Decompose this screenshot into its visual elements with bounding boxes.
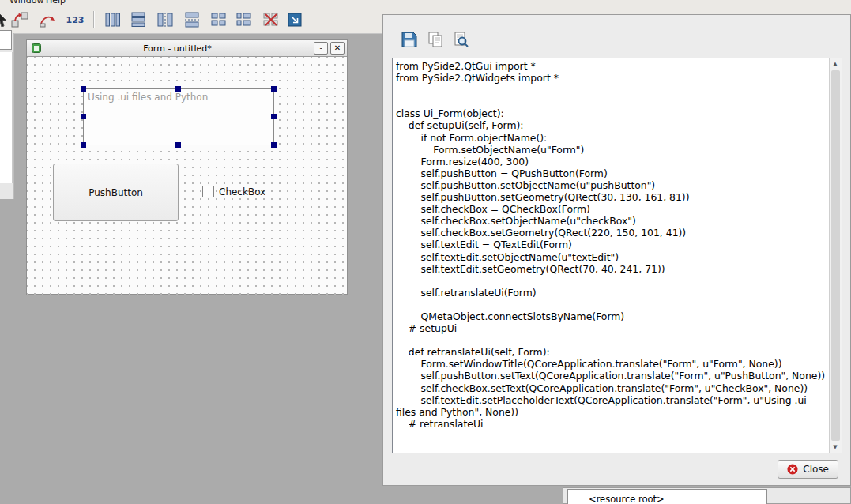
layout-horizontal-button[interactable]	[103, 9, 123, 30]
scrollbar-thumb[interactable]	[831, 70, 840, 441]
close-button[interactable]: Close	[778, 460, 838, 479]
layout-form-icon	[235, 11, 253, 28]
form-window-title: Form - untitled*	[41, 43, 314, 54]
resource-root-item[interactable]: <resource root>	[568, 490, 766, 504]
form-canvas[interactable]: Using .ui files and Python PushButton Ch…	[27, 57, 347, 295]
scroll-down-icon[interactable]: ▼	[830, 442, 841, 453]
code-vertical-scrollbar[interactable]: ▲ ▼	[829, 58, 842, 453]
splitter-horizontal-button[interactable]	[155, 9, 175, 30]
menu-help[interactable]: Help	[46, 0, 66, 6]
layout-vertical-icon	[130, 11, 147, 28]
layout-grid-button[interactable]	[209, 9, 229, 30]
edit-buddies-button[interactable]	[38, 9, 58, 30]
form-window-icon	[32, 43, 41, 53]
copy-button[interactable]	[425, 29, 446, 50]
widget-box-filter-fragment[interactable]	[0, 30, 12, 50]
break-layout-button[interactable]	[261, 9, 281, 30]
splitter-vertical-button[interactable]	[182, 9, 202, 30]
textedit-placeholder: Using .ui files and Python	[84, 89, 273, 105]
code-view[interactable]: from PySide2.QtGui import * from PySide2…	[392, 58, 842, 453]
adjust-size-icon	[286, 11, 303, 28]
layout-grid-icon	[210, 11, 228, 28]
close-window-button[interactable]: ✕	[330, 42, 345, 55]
form-window-titlebar[interactable]: Form - untitled* - ✕	[27, 40, 347, 57]
selection-handle-top-right[interactable]	[271, 86, 277, 92]
pushbutton-widget[interactable]: PushButton	[53, 164, 179, 221]
close-button-label: Close	[803, 464, 829, 475]
checkbox-indicator[interactable]	[202, 186, 214, 197]
break-layout-icon	[262, 11, 280, 28]
layout-form-button[interactable]	[234, 9, 254, 30]
save-icon	[401, 31, 418, 48]
selection-handle-top-mid[interactable]	[175, 86, 181, 92]
minimize-button[interactable]: -	[314, 42, 328, 55]
checkbox-label: CheckBox	[219, 186, 265, 197]
edit-tab-order-button[interactable]: 123	[65, 9, 85, 30]
code-viewer-dialog: from PySide2.QtGui import * from PySide2…	[382, 14, 851, 486]
close-button-icon	[787, 464, 798, 475]
edit-tab-order-icon: 123	[66, 15, 85, 25]
selection-handle-bottom-left[interactable]	[81, 142, 86, 148]
selection-handle-bottom-mid[interactable]	[175, 142, 181, 148]
code-text: from PySide2.QtGui import * from PySide2…	[393, 58, 842, 431]
edit-signals-slots-button[interactable]	[9, 9, 30, 30]
adjust-size-button[interactable]	[284, 9, 305, 30]
selection-handle-bottom-right[interactable]	[271, 142, 277, 148]
widget-box-list-fragment	[0, 52, 13, 183]
edit-buddies-icon	[39, 10, 58, 29]
resource-tree[interactable]: <resource root>	[567, 489, 767, 504]
find-button[interactable]	[450, 29, 471, 50]
widget-box-scrollbar[interactable]	[12, 52, 13, 183]
selection-handle-mid-right[interactable]	[271, 114, 277, 119]
splitter-vertical-icon	[183, 11, 201, 28]
save-button[interactable]	[399, 29, 420, 50]
find-icon	[452, 31, 469, 48]
textedit-widget[interactable]: Using .ui files and Python	[83, 88, 274, 145]
resource-browser-fragment: <resource root>	[563, 487, 851, 504]
menu-window[interactable]: Window	[9, 0, 43, 6]
toolbar-separator	[93, 11, 95, 28]
layout-vertical-button[interactable]	[128, 9, 149, 30]
scroll-up-icon[interactable]: ▲	[830, 58, 841, 70]
selection-handle-top-left[interactable]	[81, 86, 86, 92]
selection-handle-mid-left[interactable]	[81, 114, 86, 119]
splitter-horizontal-icon	[156, 11, 174, 28]
checkbox-widget[interactable]: CheckBox	[202, 186, 265, 197]
qt-designer-screen: Window Help 123	[0, 0, 851, 504]
layout-horizontal-icon	[104, 11, 122, 28]
form-editor-window: Form - untitled* - ✕ Using .ui files and…	[26, 39, 348, 295]
copy-icon	[427, 31, 444, 48]
edit-signals-slots-icon	[10, 10, 29, 29]
